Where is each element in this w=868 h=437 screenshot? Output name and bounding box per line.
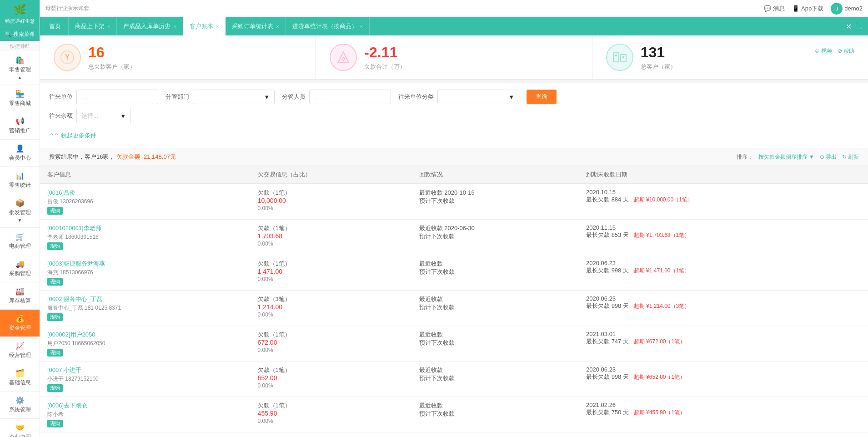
app-download-btn[interactable]: 📱 App下载 — [792, 5, 823, 13]
sidebar-item-marketing[interactable]: 📢 营销推广 — [0, 112, 40, 140]
batch-mgmt-icon: 📦 — [15, 199, 25, 207]
refresh-btn[interactable]: ↻ 刷新 — [842, 153, 859, 161]
export-btn[interactable]: ⊙ 导出 — [820, 153, 837, 161]
data-table-wrap: 客户信息 欠交易信息（占比） 回款情况 到期未收款日期 [0016]吕俊 吕俊 … — [40, 166, 868, 437]
tab-purchase-order-close[interactable]: × — [276, 24, 279, 29]
sidebar-item-warehouse[interactable]: 🏭 库存核算 — [0, 282, 40, 310]
sidebar-item-basic[interactable]: 🗂️ 基础信息 — [0, 364, 40, 392]
tab-home[interactable]: 首页 — [42, 17, 69, 35]
debt-amount-5[interactable]: 652.00 — [258, 374, 405, 382]
help-btn[interactable]: ⊘ 帮助 — [838, 47, 854, 55]
td-due-7: 2020.12.30 最长欠款 808 天 超期 ¥429.00（1笔） — [579, 432, 868, 437]
table-header-row: 客户信息 欠交易信息（占比） 回款情况 到期未收款日期 — [40, 166, 868, 184]
overdue-amount-0[interactable]: 超期 ¥10,000.00（1笔） — [634, 196, 693, 203]
sidebar-item-batch-mgmt[interactable]: 📦 批发管理 ▼ — [0, 194, 40, 228]
overdue-amount-1[interactable]: 超期 ¥1,703.68（1笔） — [634, 232, 690, 238]
tab-production-history-close[interactable]: × — [173, 24, 176, 29]
customer-name-5[interactable]: [0007]小进干 — [47, 366, 243, 374]
tab-product-status[interactable]: 商品上下架 × — [69, 17, 117, 35]
sidebar-item-system[interactable]: ⚙️ 系统管理 — [0, 392, 40, 419]
sidebar: 🌿 畅捷通好生意 🔍 搜索菜单 快捷导航 🛍️ 零售管理 ▲ 🏪 零售商城 📢 … — [0, 0, 40, 437]
unit-class-filter: 往来单位分类 ▼ — [398, 90, 519, 104]
retail-store-icon: 🏪 — [15, 90, 25, 98]
content-area: ¥ 16 总欠款客户（家） ◇ -2.11 欠款合计（万） — [40, 35, 868, 437]
export-label: 导出 — [826, 153, 837, 161]
sidebar-item-member[interactable]: 👤 会员中心 — [0, 140, 40, 167]
query-button[interactable]: 查询 — [527, 90, 557, 104]
source-unit-input[interactable]: ... — [76, 90, 158, 104]
next-payment-4: 预计下次收款 — [419, 339, 572, 347]
topbar: 母婴行业演示账套 💬 消息 📱 App下载 d demo2 — [40, 0, 868, 17]
sidebar-item-finance[interactable]: 💰 资金管理 — [0, 310, 40, 337]
collapse-button[interactable]: ⌃⌃ 收起更多条件 — [49, 131, 859, 140]
td-debt-3: 欠款（3笔） 1,214.00 0.00% — [251, 291, 412, 326]
debt-amount-0[interactable]: 10,000.00 — [258, 197, 405, 204]
retail-mgmt-icon: 🛍️ — [15, 56, 25, 65]
balance-select[interactable]: 选择... ▼ — [76, 109, 131, 123]
th-payment-status: 回款情况 — [412, 166, 579, 184]
message-btn[interactable]: 💬 消息 — [764, 5, 785, 13]
overdue-amount-4[interactable]: 超期 ¥672.00（1笔） — [634, 338, 685, 345]
dept-select[interactable]: ▼ — [193, 90, 275, 104]
overdue-amount-3[interactable]: 超期 ¥1,214.00（3笔） — [634, 303, 690, 309]
td-customer-5: [0007]小进干 小进干 18279152100 现购 — [40, 362, 251, 397]
tab-purchase-order[interactable]: 采购订单统计表 × — [226, 17, 286, 35]
stat-debt-customers: ¥ 16 总欠款客户（家） — [40, 35, 316, 79]
latest-payment-1: 最近收款 2020-06-30 — [419, 224, 572, 232]
sidebar-item-operation[interactable]: 📈 经营管理 — [0, 337, 40, 364]
customer-name-2[interactable]: [0003]畅捷服务尹海燕 — [47, 260, 243, 268]
sidebar-search[interactable]: 🔍 搜索菜单 — [0, 28, 40, 41]
video-btn[interactable]: ⊙ 视频 — [815, 47, 832, 55]
expand-btn[interactable]: ⛶ — [855, 22, 863, 30]
basic-icon: 🗂️ — [15, 369, 25, 377]
debt-amount-2[interactable]: 1,471.00 — [258, 268, 405, 275]
collapse-icon: ⌃⌃ — [49, 132, 59, 139]
debt-customers-icon: ¥ — [54, 44, 81, 71]
tab-product-status-close[interactable]: × — [107, 24, 110, 29]
debt-amount-3[interactable]: 1,214.00 — [258, 303, 405, 311]
customer-name-0[interactable]: [0016]吕俊 — [47, 189, 243, 197]
customer-name-4[interactable]: [000002]用户2050 — [47, 331, 243, 339]
sidebar-item-enterprise[interactable]: 🤝 企业协同 — [0, 419, 40, 437]
sidebar-item-label: 经营管理 — [9, 352, 31, 359]
debt-amount-4[interactable]: 672.00 — [258, 339, 405, 346]
sidebar-item-ecommerce[interactable]: 🛒 电商管理 — [0, 228, 40, 255]
overdue-amount-5[interactable]: 超期 ¥652.00（1笔） — [634, 374, 685, 380]
tab-customer-account[interactable]: 客户账本 × — [183, 17, 226, 35]
td-customer-6: [0006]去下粮仓 陈小希 现购 — [40, 397, 251, 432]
user-avatar[interactable]: d demo2 — [831, 3, 863, 15]
debt-amount-6[interactable]: 455.90 — [258, 410, 405, 417]
svg-text:¥: ¥ — [65, 53, 70, 61]
unit-class-chevron: ▼ — [508, 94, 514, 100]
manager-input[interactable]: ... — [309, 90, 391, 104]
chevron-icon: ▲ — [18, 75, 22, 80]
table-row: [000002]用户2050 用户2050 18665062050 现购 欠款（… — [40, 326, 868, 362]
close-all-tabs-btn[interactable]: ✕ — [846, 22, 852, 31]
customer-contact-1: 李老师 18600391516 — [47, 233, 243, 241]
tab-inbound-stat-close[interactable]: × — [360, 24, 363, 29]
sidebar-item-retail-stat[interactable]: 📊 零售统计 — [0, 167, 40, 194]
customer-badge-6: 现购 — [47, 420, 63, 427]
customer-name-3[interactable]: [0002]服务中心_丁磊 — [47, 295, 243, 303]
sort-value-btn[interactable]: 按欠款金额倒序排序 ▼ — [758, 153, 814, 161]
next-payment-3: 预计下次收款 — [419, 303, 572, 311]
avatar: d — [831, 3, 843, 15]
sidebar-item-retail-mgmt[interactable]: 🛍️ 零售管理 ▲ — [0, 51, 40, 85]
customer-name-6[interactable]: [0006]去下粮仓 — [47, 402, 243, 410]
overdue-amount-2[interactable]: 超期 ¥1,471.00（1笔） — [634, 267, 690, 274]
tab-home-label: 首页 — [49, 22, 61, 30]
table-row: [0003]畅捷服务尹海燕 海燕 18513066976 现购 欠款（1笔） 1… — [40, 255, 868, 291]
overdue-amount-6[interactable]: 超期 ¥455.90（1笔） — [634, 409, 685, 416]
tab-customer-account-close[interactable]: × — [216, 24, 219, 29]
tab-inbound-stat[interactable]: 进货单统计表（按商品） × — [286, 17, 370, 35]
export-icon: ⊙ — [820, 154, 824, 160]
tab-production-history[interactable]: 产成品入库单历史 × — [117, 17, 183, 35]
sidebar-item-retail-store[interactable]: 🏪 零售商城 — [0, 85, 40, 112]
customer-name-1[interactable]: [0001020001]李老师 — [47, 224, 243, 232]
source-unit-dots: ... — [81, 94, 89, 100]
debt-amount-1[interactable]: 1,703.68 — [258, 232, 405, 240]
tab-purchase-order-label: 采购订单统计表 — [232, 22, 273, 30]
username: demo2 — [844, 5, 863, 12]
unit-class-select[interactable]: ▼ — [437, 90, 519, 104]
sidebar-item-purchase[interactable]: 🚚 采购管理 — [0, 255, 40, 282]
